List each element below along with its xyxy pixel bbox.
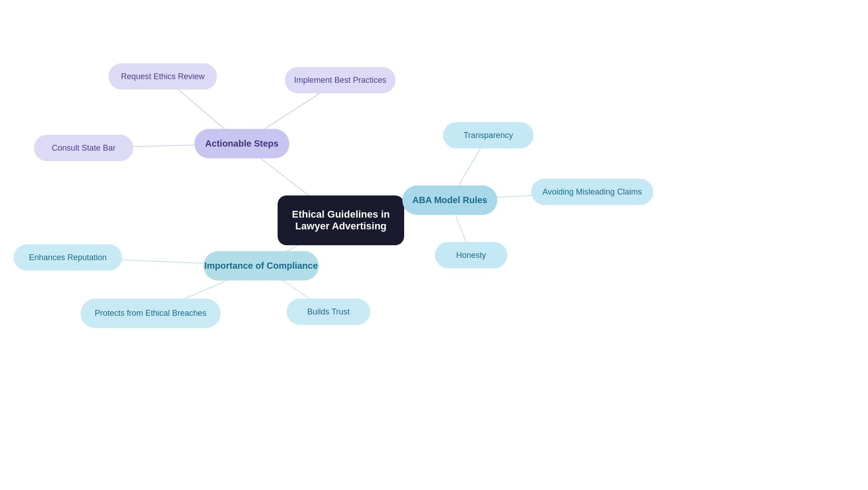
node-honesty: Honesty — [435, 242, 507, 268]
node-transparency: Transparency — [443, 122, 533, 148]
node-trust: Builds Trust — [287, 299, 370, 325]
node-protects: Protects from Ethical Breaches — [80, 299, 221, 328]
node-consult: Consult State Bar — [34, 135, 133, 161]
node-request: Request Ethics Review — [108, 63, 217, 90]
node-avoiding: Avoiding Misleading Claims — [531, 179, 653, 205]
node-enhances: Enhances Reputation — [14, 244, 122, 271]
node-aba: ABA Model Rules — [402, 186, 497, 215]
node-actionable: Actionable Steps — [194, 129, 289, 158]
node-implement: Implement Best Practices — [285, 67, 396, 93]
mind-map: Ethical Guidelines in Lawyer Advertising… — [0, 0, 868, 490]
node-compliance: Importance of Compliance — [203, 251, 319, 281]
node-center: Ethical Guidelines in Lawyer Advertising — [278, 195, 404, 245]
